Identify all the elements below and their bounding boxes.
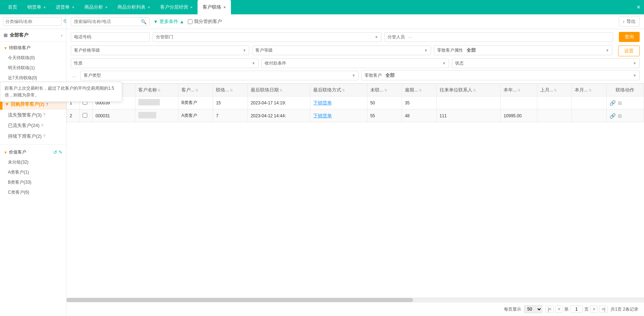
sort-overdue-icon[interactable]: ⇅: [419, 88, 422, 92]
sidebar-search-input[interactable]: [3, 17, 62, 26]
sort-name-icon[interactable]: ⇅: [158, 88, 161, 92]
dept-caret-icon: ▼: [375, 35, 378, 39]
sidebar-search-icon[interactable]: 🔍: [63, 19, 66, 24]
sidebar-item-unclassified[interactable]: 未分组(32): [0, 157, 66, 167]
arrow2-down-icon: ▼: [4, 150, 8, 155]
sort-this-month-icon[interactable]: ⇅: [589, 88, 592, 92]
total-records-label: 共1页 2条记录: [611, 306, 638, 312]
next-page-btn[interactable]: >: [590, 306, 598, 313]
cell-last-month-1: [537, 96, 572, 109]
my-customers-checkbox[interactable]: [188, 19, 193, 24]
group-reset-icon[interactable]: ↺: [53, 150, 57, 155]
action-grid-icon-1[interactable]: ⊞: [618, 100, 622, 106]
retail-customer-filter[interactable]: 零散客户 全部 ▼: [361, 70, 640, 80]
manager-dots[interactable]: ···: [408, 34, 412, 40]
content-area: 🔍 ▼ 更多条件 ▲ 我分管的客户 ↑ 导出 电话号码: [66, 14, 644, 316]
sidebar-item-declining[interactable]: 持续下滑客户(2) ?: [0, 131, 66, 142]
question-icon-loss: ?: [43, 112, 45, 118]
pagination-bar: 每页显示 50 100 200 |< < 第 页 > >| 共1页 2条记录: [66, 302, 644, 316]
retail-customer-caret-icon: ▼: [633, 74, 636, 77]
cell-this-month-2: [572, 109, 607, 122]
nav-purchase-close[interactable]: ×: [72, 5, 74, 9]
sidebar-item-b-class[interactable]: B类客户(33): [0, 177, 66, 187]
action-link-icon-2[interactable]: 🔗: [610, 113, 616, 119]
last-page-btn[interactable]: >|: [599, 306, 608, 313]
sidebar-item-lost[interactable]: 已流失客户(24) ?: [0, 120, 66, 131]
sidebar-item-loss-warning[interactable]: 流失预警客户(3) ?: [0, 110, 66, 121]
sort-unlisted-icon[interactable]: ⇅: [384, 88, 387, 92]
prev-page-btn[interactable]: <: [555, 306, 563, 313]
sort-this-year-icon[interactable]: ⇅: [518, 88, 520, 92]
cell-last-month-2: [537, 109, 572, 122]
group-edit-icon[interactable]: ✎: [59, 150, 62, 155]
last-method-link-2[interactable]: 下销货单: [313, 113, 332, 118]
cell-unlisted-1: 50: [367, 96, 402, 109]
sort-last-date-icon[interactable]: ⇅: [279, 88, 282, 92]
gender-filter[interactable]: 性质 ▼: [71, 58, 259, 68]
pending-contact-group-header[interactable]: ▼ 待联络客户: [0, 43, 66, 53]
status-caret-icon: ▼: [633, 61, 636, 65]
status-filter[interactable]: 状态 ▼: [452, 58, 640, 68]
query-button[interactable]: 查询: [619, 32, 640, 42]
nav-product-analysis-list[interactable]: 商品分析列表 ×: [112, 0, 155, 14]
sort-last-method-icon[interactable]: ⇅: [342, 88, 345, 92]
sidebar-item-7days[interactable]: 近7天待联络(0): [0, 73, 66, 83]
row4-dots[interactable]: ...: [72, 73, 76, 78]
sidebar-search-area: 🔍: [0, 14, 66, 29]
nav-customer-contact-close[interactable]: ×: [223, 5, 226, 9]
sidebar-item-today[interactable]: 今天待联络(0): [0, 53, 66, 63]
more-conditions-btn[interactable]: ▼ 更多条件 ▲: [153, 18, 184, 25]
per-page-select[interactable]: 50 100 200: [524, 305, 542, 313]
sort-contact-person-icon[interactable]: ⇅: [473, 88, 476, 92]
settings-button[interactable]: 设置: [618, 46, 640, 56]
payment-filter[interactable]: 收付款条件 ▼: [261, 58, 449, 68]
nav-home[interactable]: 首页: [3, 0, 22, 14]
payment-caret-icon: ▼: [442, 61, 446, 65]
filter-row-3: 性质 ▼ 收付款条件 ▼ 状态 ▼: [71, 58, 640, 68]
manager-filter[interactable]: 分管人员 ···: [384, 32, 613, 42]
sort-contact-icon[interactable]: ⇅: [230, 88, 233, 92]
sort-type-icon[interactable]: ⇅: [195, 88, 198, 92]
filter-bar: 🔍 ▼ 更多条件 ▲ 我分管的客户 ↑ 导出: [66, 14, 644, 29]
export-button[interactable]: ↑ 导出: [619, 16, 640, 27]
cell-this-month-1: [572, 96, 607, 109]
question-icon-lost: ?: [41, 123, 43, 129]
main-search-input[interactable]: [74, 19, 141, 24]
sidebar-item-tomorrow[interactable]: 明天待联络(1): [0, 63, 66, 73]
first-page-btn[interactable]: |<: [545, 306, 554, 313]
top-navigation: 首页 销货单 × 进货单 × 商品分析 × 商品分析列表 × 客户分层经营 × …: [0, 0, 644, 14]
customer-type-filter[interactable]: 客户类型 ▼: [80, 71, 359, 80]
scrollbar-thumb[interactable]: [66, 298, 413, 302]
horizontal-scrollbar[interactable]: [66, 298, 644, 302]
sidebar-item-c-class[interactable]: C类客户(6): [0, 187, 66, 197]
cell-name-1: [135, 96, 178, 109]
nav-customer-tier[interactable]: 客户分层经营 ×: [155, 0, 198, 14]
retail-attr-filter[interactable]: 零散客户属性 全部 ▼: [434, 45, 612, 55]
main-search-icon[interactable]: 🔍: [141, 19, 147, 24]
nav-sales-close[interactable]: ×: [43, 5, 46, 9]
close-all-tabs[interactable]: ×: [636, 4, 640, 11]
sort-last-month-icon[interactable]: ⇅: [554, 88, 557, 92]
nav-product-analysis[interactable]: 商品分析 ×: [79, 0, 112, 14]
nav-product-list-close[interactable]: ×: [148, 5, 150, 9]
phone-filter[interactable]: 电话号码: [71, 32, 150, 42]
last-method-link-1[interactable]: 下销货单: [313, 100, 332, 105]
retail-attr-caret-icon: ▼: [606, 48, 609, 52]
table-area: ⚙ 客户编码⇅ 客户名称⇅ 客户...⇅: [66, 84, 644, 298]
sidebar-item-a-class[interactable]: A类客户(1): [0, 167, 66, 177]
dept-filter[interactable]: 分管部门 ▼: [153, 32, 381, 42]
nav-sales[interactable]: 销货单 ×: [22, 0, 51, 14]
nav-customer-tier-close[interactable]: ×: [190, 5, 193, 9]
price-level-filter[interactable]: 客户价格等级 ▼: [71, 46, 249, 55]
customer-level-filter[interactable]: 客户等级 ▼: [252, 46, 431, 55]
sidebar-collapse-icon[interactable]: ›: [61, 33, 62, 38]
all-customers-header[interactable]: ⊞ 全部客户 ›: [0, 29, 66, 42]
page-number-input[interactable]: [570, 306, 583, 313]
row2-checkbox[interactable]: [83, 113, 87, 118]
value-customer-group-header[interactable]: ▼ 价值客户 ↺ ✎: [0, 147, 66, 157]
action-grid-icon-2[interactable]: ⊞: [618, 113, 622, 119]
nav-customer-contact[interactable]: 客户联络 ×: [198, 0, 231, 14]
nav-purchase[interactable]: 进货单 ×: [51, 0, 79, 14]
nav-product-analysis-close[interactable]: ×: [105, 5, 107, 9]
action-link-icon-1[interactable]: 🔗: [610, 100, 616, 106]
